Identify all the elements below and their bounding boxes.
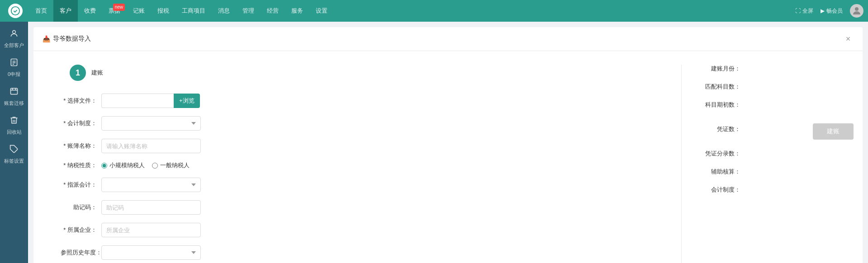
- browse-button[interactable]: +浏览: [174, 94, 200, 108]
- nav-message[interactable]: 消息: [212, 0, 236, 22]
- ticket-badge: new: [113, 4, 125, 11]
- nav-fee[interactable]: 收费: [78, 0, 102, 22]
- nav-manage[interactable]: 管理: [236, 0, 261, 22]
- subject-init-row: 科目期初数：: [700, 101, 854, 109]
- accounting-system-info-label: 会计制度：: [700, 186, 740, 194]
- ledger-name-input[interactable]: [101, 139, 201, 153]
- panel-title: 📥 导爷数据导入: [43, 35, 91, 43]
- import-icon: 📥: [43, 35, 50, 42]
- ledger-name-row: * 账簿名称：: [43, 139, 663, 153]
- memo-label: 助记码：: [61, 203, 97, 211]
- tax-general-option[interactable]: 一般纳税人: [152, 161, 190, 169]
- sidebar-label-account-transfer: 账套迁移: [4, 100, 24, 107]
- fullscreen-icon: ⛶: [795, 8, 801, 14]
- main-content: 📥 导爷数据导入 × 1 建账 * 选择文件：: [28, 22, 868, 263]
- tax-type-radio-group: 小规模纳税人 一般纳税人: [101, 161, 190, 169]
- nav-operation[interactable]: 经营: [261, 0, 285, 22]
- all-clients-icon: [9, 29, 19, 40]
- user-avatar[interactable]: [850, 4, 863, 18]
- voucher-entries-label: 凭证分录数：: [700, 150, 740, 158]
- accounting-system-info-row: 会计制度：: [700, 186, 854, 194]
- close-button[interactable]: ×: [843, 33, 854, 44]
- memo-input[interactable]: [101, 200, 201, 215]
- nav-service[interactable]: 服务: [285, 0, 309, 22]
- sidebar-item-account-transfer[interactable]: 账套迁移: [0, 83, 28, 110]
- sidebar-item-tag-settings[interactable]: 标签设置: [0, 141, 28, 168]
- svg-rect-6: [11, 88, 18, 94]
- accounting-system-label: * 会计制度：: [61, 119, 97, 127]
- fullscreen-button[interactable]: ⛶ 全屏: [795, 7, 813, 15]
- sidebar: 全部客户 0申报 账套迁移: [0, 22, 28, 263]
- company-input[interactable]: [101, 223, 201, 237]
- sidebar-label-declaration: 0申报: [8, 71, 20, 78]
- panel-divider: [681, 65, 682, 263]
- build-month-label: 建账月份：: [700, 65, 740, 73]
- app-logo[interactable]: [5, 0, 26, 22]
- history-year-label: 参照历史年度：: [61, 249, 97, 257]
- match-subjects-label: 匹配科目数：: [700, 83, 740, 91]
- account-transfer-icon: [9, 87, 19, 98]
- form-area: 1 建账 * 选择文件： +浏览 * 会计制度：: [43, 65, 672, 263]
- accounting-system-row: * 会计制度：: [43, 116, 663, 131]
- voucher-label: 凭证数：: [700, 125, 740, 133]
- history-year-row: 参照历史年度：: [43, 245, 663, 260]
- accountant-label: * 指派会计：: [61, 181, 97, 189]
- file-label: * 选择文件：: [61, 97, 97, 105]
- nav-home[interactable]: 首页: [29, 0, 53, 22]
- vip-button[interactable]: ▶ 畅会员: [821, 7, 843, 15]
- aux-accounting-row: 辅助核算：: [700, 168, 854, 176]
- tax-small-label: 小规模纳税人: [109, 161, 145, 169]
- match-subjects-row: 匹配科目数：: [700, 83, 854, 91]
- step-circle: 1: [70, 65, 86, 81]
- voucher-entries-row: 凭证分录数：: [700, 150, 854, 158]
- accounting-system-select[interactable]: [101, 116, 201, 131]
- company-row: * 所属企业：: [43, 223, 663, 237]
- build-month-row: 建账月份：: [700, 65, 854, 73]
- step-label: 建账: [91, 69, 103, 77]
- file-input[interactable]: [101, 94, 174, 108]
- tax-small-radio[interactable]: [101, 163, 107, 169]
- tag-settings-icon: [9, 145, 19, 156]
- tax-type-label: * 纳税性质：: [61, 161, 97, 169]
- history-year-select[interactable]: [101, 245, 201, 260]
- import-panel: 📥 导爷数据导入 × 1 建账 * 选择文件：: [33, 27, 863, 263]
- accountant-row: * 指派会计：: [43, 178, 663, 192]
- sidebar-item-all-clients[interactable]: 全部客户: [0, 25, 28, 52]
- build-account-button[interactable]: 建账: [813, 123, 854, 140]
- company-label: * 所属企业：: [61, 226, 97, 234]
- panel-body: 1 建账 * 选择文件： +浏览 * 会计制度：: [33, 51, 863, 263]
- tax-small-option[interactable]: 小规模纳税人: [101, 161, 145, 169]
- nav-ticket[interactable]: 票据 new: [102, 0, 127, 22]
- accountant-select[interactable]: [101, 178, 201, 192]
- sidebar-item-recycle[interactable]: 回收站: [0, 112, 28, 139]
- recycle-icon: [9, 116, 19, 127]
- sidebar-label-recycle: 回收站: [7, 129, 22, 136]
- svg-point-1: [13, 30, 16, 33]
- nav-settings[interactable]: 设置: [309, 0, 334, 22]
- top-navigation: 首页 客户 收费 票据 new 记账 报税 工商项目 消息 管理 经营 服务 设…: [0, 0, 868, 22]
- file-input-group: +浏览: [101, 94, 200, 108]
- tax-general-radio[interactable]: [152, 163, 158, 169]
- build-btn-row: 凭证数： 建账: [700, 119, 854, 140]
- nav-right: ⛶ 全屏 ▶ 畅会员: [795, 4, 863, 18]
- ledger-name-label: * 账簿名称：: [61, 142, 97, 150]
- vip-icon: ▶: [821, 8, 825, 14]
- nav-business[interactable]: 工商项目: [175, 0, 212, 22]
- svg-point-0: [855, 7, 859, 11]
- file-row: * 选择文件： +浏览: [43, 94, 663, 108]
- info-area: 建账月份： 匹配科目数： 科目期初数： 凭证数：: [691, 65, 854, 263]
- aux-accounting-label: 辅助核算：: [700, 168, 740, 176]
- tax-general-label: 一般纳税人: [160, 161, 190, 169]
- sidebar-label-tag-settings: 标签设置: [4, 158, 24, 164]
- panel-header: 📥 导爷数据导入 ×: [33, 27, 863, 51]
- declaration-icon: [9, 58, 19, 69]
- nav-items: 首页 客户 收费 票据 new 记账 报税 工商项目 消息 管理 经营 服务 设…: [29, 0, 795, 22]
- step-header: 1 建账: [43, 65, 663, 81]
- subject-init-label: 科目期初数：: [700, 101, 740, 109]
- nav-tax[interactable]: 报税: [151, 0, 175, 22]
- nav-account[interactable]: 记账: [127, 0, 151, 22]
- sidebar-item-declaration[interactable]: 0申报: [0, 54, 28, 81]
- sidebar-label-all-clients: 全部客户: [4, 42, 24, 49]
- nav-customer[interactable]: 客户: [53, 0, 78, 22]
- tax-type-row: * 纳税性质： 小规模纳税人 一般纳税人: [43, 161, 663, 169]
